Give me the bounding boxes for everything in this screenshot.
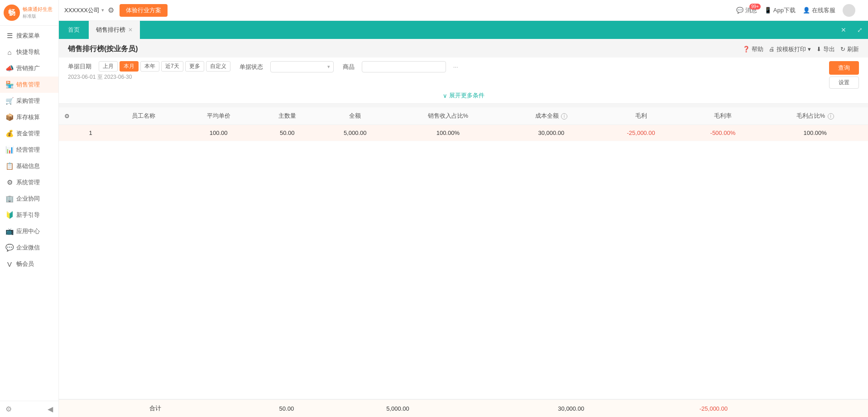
topbar: XXXXXX公司 ▾ ⚙ 体验行业方案 💬 消息 99+ 📱 App下载 👤 在…	[59, 0, 868, 21]
th-settings[interactable]: ⚙	[59, 107, 75, 125]
status-select[interactable]	[270, 61, 334, 72]
topbar-right: 💬 消息 99+ 📱 App下载 👤 在线客服	[736, 4, 863, 17]
sales-icon: 🏪	[5, 81, 14, 89]
date-buttons: 上月 本月 本年 近7天 更多 自定义	[99, 61, 230, 72]
sidebar-item-quick-nav[interactable]: ⌂ 快捷导航	[0, 44, 58, 60]
status-filter-label: 单据状态	[240, 63, 263, 71]
message-icon: 💬	[736, 7, 743, 14]
marketing-label: 营销推广	[16, 64, 40, 72]
logo-icon: 畅	[4, 5, 20, 21]
win-expand-button[interactable]: ⤢	[852, 21, 868, 39]
tab-home[interactable]: 首页	[59, 21, 89, 39]
help-icon: ❓	[743, 46, 750, 53]
date-btn-custom[interactable]: 自定义	[206, 61, 230, 72]
marketing-icon: 📣	[5, 64, 14, 72]
sidebar-item-enterprise[interactable]: 🏢 企业协同	[0, 191, 58, 207]
tab-sales-ranking[interactable]: 销售排行榜 ✕	[89, 21, 140, 39]
tfoot-gross-rate	[786, 400, 827, 417]
sidebar-item-inventory[interactable]: 📦 库存核算	[0, 109, 58, 125]
trial-button[interactable]: 体验行业方案	[120, 4, 168, 17]
summary-row: 合计 50.00 5,000.00 30,000.00 -25,000.00	[59, 400, 868, 417]
th-rank	[75, 107, 106, 125]
member-icon: V	[5, 260, 14, 268]
tab-home-label: 首页	[68, 26, 80, 34]
print-icon: 🖨	[769, 46, 775, 53]
operations-label: 经营管理	[16, 146, 40, 154]
td-cost: 30,000.00	[504, 125, 599, 141]
sidebar-item-marketing[interactable]: 📣 营销推广	[0, 60, 58, 77]
th-avg-price: 平均单价	[181, 107, 256, 125]
th-amount: 全额	[318, 107, 392, 125]
export-button[interactable]: ⬇ 导出	[816, 45, 835, 53]
expand-more-button[interactable]: ∨ 展开更多条件	[443, 91, 484, 100]
topbar-settings-icon[interactable]: ⚙	[108, 6, 114, 14]
filter-expand-row: ∨ 展开更多条件	[68, 89, 859, 100]
app-label: App下载	[773, 6, 796, 14]
basic-info-icon: 📋	[5, 162, 14, 170]
search-order-icon: ☰	[5, 32, 14, 40]
date-filter-label: 单据日期	[68, 62, 91, 71]
tfoot-gross-pct	[827, 400, 868, 417]
date-btn-7days[interactable]: 近7天	[161, 61, 183, 72]
goods-filter-label: 商品	[343, 63, 355, 71]
goods-more-icon[interactable]: ···	[453, 63, 458, 70]
company-selector[interactable]: XXXXXX公司 ▾	[64, 6, 104, 14]
sidebar-item-guide[interactable]: 🔰 新手引导	[0, 207, 58, 223]
sidebar-item-member[interactable]: V 畅会员	[0, 256, 58, 272]
date-btn-this-year[interactable]: 本年	[140, 61, 159, 72]
sidebar-item-basic-info[interactable]: 📋 基础信息	[0, 158, 58, 174]
status-select-wrap	[270, 61, 334, 72]
sidebar-item-purchase[interactable]: 🛒 采购管理	[0, 93, 58, 109]
tab-close-icon[interactable]: ✕	[128, 27, 133, 33]
help-button[interactable]: ❓ 帮助	[743, 45, 763, 53]
app-download-button[interactable]: 📱 App下载	[764, 6, 796, 14]
expand-more-label: 展开更多条件	[449, 91, 484, 100]
td-gross: -25,000.00	[599, 125, 684, 141]
goods-filter-row: 商品 ···	[343, 61, 458, 72]
wechat-label: 企业微信	[16, 244, 40, 252]
logo-text: 畅康通好生意	[23, 6, 53, 13]
th-qty: 主数量	[256, 107, 318, 125]
sidebar-collapse-icon[interactable]: ◀	[48, 405, 53, 413]
query-button[interactable]: 查询	[829, 61, 859, 75]
print-arrow-icon: ▾	[808, 46, 811, 53]
data-table-wrap: ⚙ 员工名称 平均单价 主数量 全额 销售收入占比% 成本全额 i 毛利 毛利率…	[59, 107, 868, 417]
online-service-button[interactable]: 👤 在线客服	[803, 6, 835, 14]
refresh-button[interactable]: ↻ 刷新	[840, 45, 859, 53]
print-button[interactable]: 🖨 按模板打印 ▾	[769, 45, 811, 53]
sidebar-item-operations[interactable]: 📊 经营管理	[0, 142, 58, 158]
goods-input[interactable]	[362, 61, 446, 72]
filter-settings-button[interactable]: 设置	[829, 77, 859, 89]
td-rank: 1	[75, 125, 106, 141]
enterprise-icon: 🏢	[5, 195, 14, 203]
gross-pct-info-icon[interactable]: i	[828, 113, 834, 120]
cost-info-icon[interactable]: i	[561, 113, 567, 120]
table-header: ⚙ 员工名称 平均单价 主数量 全额 销售收入占比% 成本全额 i 毛利 毛利率…	[59, 107, 868, 125]
table-row: 1 100.00 50.00 5,000.00 100.00% 30,000.0…	[59, 125, 868, 141]
page-header: 销售排行榜(按业务员) ❓ 帮助 🖨 按模板打印 ▾ ⬇ 导出 ↻ 刷新	[59, 39, 868, 58]
sidebar-item-system[interactable]: ⚙ 系统管理	[0, 174, 58, 191]
tfoot-settings	[59, 400, 72, 417]
logo-area: 畅 畅康通好生意 标准版	[0, 0, 58, 26]
sidebar-item-app-center[interactable]: 📺 应用中心	[0, 223, 58, 240]
finance-icon: 💰	[5, 129, 14, 138]
win-close-button[interactable]: ✕	[835, 21, 852, 39]
operations-icon: 📊	[5, 146, 14, 154]
sidebar-item-sales[interactable]: 🏪 销售管理	[0, 77, 58, 93]
message-button[interactable]: 💬 消息 99+	[736, 6, 757, 14]
inventory-icon: 📦	[5, 113, 14, 121]
service-label: 在线客服	[812, 6, 835, 14]
tfoot-cost: 30,000.00	[502, 400, 640, 417]
sidebar-item-wechat[interactable]: 💬 企业微信	[0, 240, 58, 256]
th-cost: 成本全额 i	[504, 107, 599, 125]
date-btn-more[interactable]: 更多	[185, 61, 204, 72]
date-btn-prev-month[interactable]: 上月	[99, 61, 118, 72]
status-filter-row: 单据状态	[240, 61, 334, 72]
sidebar-item-search-order[interactable]: ☰ 搜索菜单	[0, 28, 58, 44]
sidebar-item-finance[interactable]: 💰 资金管理	[0, 125, 58, 142]
filter-panel: 单据日期 上月 本月 本年 近7天 更多 自定义 2023-06-01 至 20…	[59, 58, 868, 104]
sidebar-settings-icon[interactable]: ⚙	[5, 405, 12, 413]
date-btn-this-month[interactable]: 本月	[120, 61, 139, 72]
guide-icon: 🔰	[5, 211, 14, 219]
avatar[interactable]	[843, 4, 855, 17]
